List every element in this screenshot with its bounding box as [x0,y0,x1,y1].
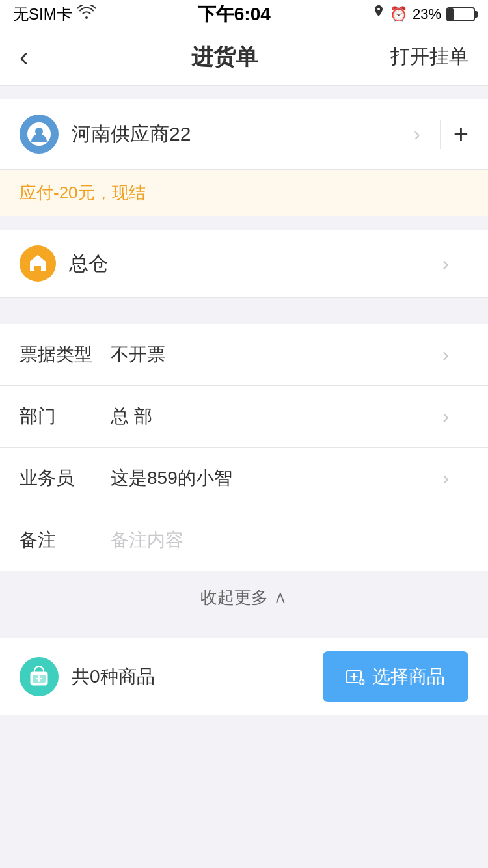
status-time: 下午6:04 [198,2,271,27]
svg-rect-1 [34,266,41,271]
section-gap-3 [0,625,488,638]
nav-bar: ‹ 进货单 打开挂单 [0,29,488,86]
status-left: 无SIM卡 [13,4,96,25]
supplier-chevron-icon: › [414,123,420,145]
carrier-label: 无SIM卡 [13,4,72,25]
invoice-type-row[interactable]: 票据类型 不开票 › [0,324,488,386]
open-pending-button[interactable]: 打开挂单 [390,44,468,70]
avatar-inner [27,122,51,146]
invoice-type-value: 不开票 [98,342,442,367]
battery-icon [446,7,475,21]
top-separator [0,86,488,99]
collapse-label: 收起更多 ∧ [200,586,287,609]
battery-label: 23% [413,6,441,23]
remark-label: 备注 [20,528,98,552]
invoice-type-label: 票据类型 [20,342,98,367]
status-bar: 无SIM卡 下午6:04 ⏰ 23% [0,0,488,29]
page-title: 进货单 [191,42,258,72]
product-icon [20,657,59,696]
department-chevron-icon: › [442,405,449,427]
section-gap-1 [0,217,488,230]
department-row[interactable]: 部门 总 部 › [0,386,488,448]
remark-row[interactable]: 备注 备注内容 [0,509,488,571]
department-value: 总 部 [98,404,442,429]
salesperson-row[interactable]: 业务员 这是859的小智 › [0,448,488,509]
invoice-chevron-icon: › [442,344,449,366]
location-icon [373,5,385,23]
page-rest [0,715,488,868]
supplier-section: 河南供应商22 › + 应付-20元，现结 [0,99,488,217]
salesperson-value: 这是859的小智 [98,466,442,491]
remark-input[interactable]: 备注内容 [98,528,468,552]
bottom-bar: 共0种商品 选择商品 [0,638,488,715]
warehouse-name: 总仓 [69,251,442,277]
salesperson-label: 业务员 [20,466,98,491]
wifi-icon [77,5,96,23]
back-button[interactable]: ‹ [20,42,59,72]
warehouse-icon [20,245,56,282]
select-product-button[interactable]: 选择商品 [323,651,468,702]
select-product-label: 选择商品 [372,664,445,689]
salesperson-chevron-icon: › [442,467,449,489]
form-section: 票据类型 不开票 › 部门 总 部 › 业务员 这是859的小智 › 备注 备注… [0,324,488,571]
supplier-notice: 应付-20元，现结 [0,170,488,217]
supplier-avatar [20,115,59,154]
product-count-label: 共0种商品 [72,664,323,689]
department-label: 部门 [20,404,98,429]
section-gap-2 [0,298,488,311]
supplier-row[interactable]: 河南供应商22 › + [0,99,488,170]
warehouse-row[interactable]: 总仓 › [0,230,488,298]
supplier-name: 河南供应商22 [72,121,414,148]
status-right: ⏰ 23% [373,5,475,23]
warehouse-chevron-icon: › [442,252,449,275]
add-supplier-button[interactable]: + [440,120,468,149]
alarm-icon: ⏰ [390,6,407,23]
collapse-button[interactable]: 收起更多 ∧ [0,571,488,625]
